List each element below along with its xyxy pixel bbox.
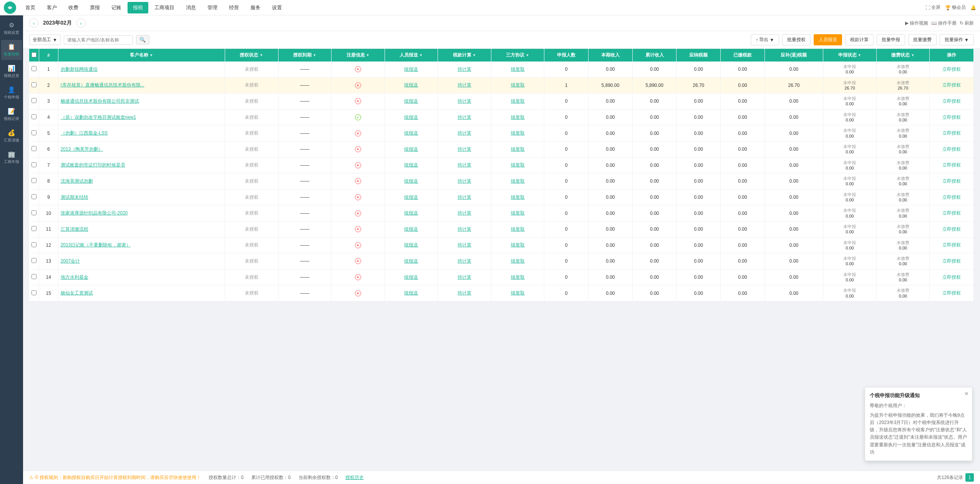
action-auth-link[interactable]: 立即授权: [942, 130, 961, 136]
person-report-link[interactable]: 续报送: [404, 115, 418, 120]
operation-video-link[interactable]: ▶ 操作视频: [905, 20, 928, 27]
fullscreen-btn[interactable]: ⛶ 全屏: [925, 4, 940, 11]
nav-settings[interactable]: 设置: [267, 2, 287, 13]
employee-filter[interactable]: 全部员工 ▼: [29, 35, 61, 45]
nav-bookkeeping[interactable]: 记账: [106, 2, 127, 13]
person-report-link[interactable]: 续报送: [404, 258, 418, 264]
tax-calc-link[interactable]: 待计算: [458, 67, 471, 72]
operation-manual-link[interactable]: 📖 操作手册: [931, 20, 957, 27]
triparty-link[interactable]: 续签取: [511, 195, 525, 200]
sidebar-item-tax-overview[interactable]: 📊 报税总览: [1, 62, 22, 81]
tax-calc-link[interactable]: 待计算: [458, 274, 471, 280]
batch-report-btn[interactable]: 批量申报: [877, 34, 905, 45]
action-auth-link[interactable]: 立即授权: [942, 178, 961, 184]
th-auth-expire[interactable]: 授权到期: [278, 49, 332, 62]
action-auth-link[interactable]: 立即授权: [942, 274, 961, 280]
triparty-link[interactable]: 续签取: [511, 162, 525, 168]
triparty-link[interactable]: 续签取: [511, 258, 525, 264]
person-report-link[interactable]: 续报送: [404, 226, 418, 232]
tax-calc-link[interactable]: 待计算: [458, 115, 471, 120]
row-checkbox[interactable]: [32, 274, 36, 279]
nav-business[interactable]: 工商项目: [149, 2, 180, 13]
th-auth-status[interactable]: 授权状态: [225, 49, 278, 62]
triparty-link[interactable]: 续签取: [511, 178, 525, 184]
triparty-link[interactable]: 续签取: [511, 146, 525, 152]
row-checkbox[interactable]: [32, 146, 36, 151]
nav-customer[interactable]: 客户: [41, 2, 62, 13]
customer-name-link[interactable]: 畅捷通信息技术股份有限公司民非测试: [61, 98, 139, 104]
tax-calc-link[interactable]: 待计算: [458, 98, 471, 104]
row-checkbox[interactable]: [32, 162, 36, 167]
search-input[interactable]: [64, 35, 133, 45]
triparty-link[interactable]: 续签取: [511, 274, 525, 280]
customer-name-link[interactable]: 沈海英测试勿删: [61, 178, 93, 184]
customer-name-link[interactable]: 2007会计: [61, 258, 80, 264]
row-checkbox[interactable]: [32, 226, 36, 231]
person-report-link[interactable]: 续报送: [404, 242, 418, 248]
th-fee-status[interactable]: 缴费状态: [876, 49, 930, 62]
tax-calc-link[interactable]: 待计算: [458, 162, 471, 168]
next-month-btn[interactable]: ›: [76, 18, 86, 28]
customer-name-link[interactable]: 张家港厚源针织品有限公司-2020: [61, 210, 128, 216]
prev-month-btn[interactable]: ‹: [29, 18, 38, 28]
th-tax-calc[interactable]: 税款计算: [438, 49, 491, 62]
row-checkbox[interactable]: [32, 178, 36, 183]
sidebar-item-annual-report[interactable]: 🏢 工商年报: [1, 148, 22, 168]
nav-operations[interactable]: 经营: [224, 2, 244, 13]
person-report-link[interactable]: 续报送: [404, 195, 418, 200]
row-checkbox[interactable]: [32, 82, 36, 87]
action-auth-link[interactable]: 立即授权: [942, 242, 961, 248]
action-auth-link[interactable]: 立即授权: [942, 115, 961, 120]
th-reg-info[interactable]: 注册信息: [332, 49, 385, 62]
tax-calc-link[interactable]: 待计算: [458, 210, 471, 216]
batch-auth-btn[interactable]: 批量授权: [782, 34, 811, 45]
th-name[interactable]: 客户名称: [58, 49, 225, 62]
person-report-link[interactable]: 续报送: [404, 290, 418, 296]
customer-name-link[interactable]: 汇算清缴流程: [61, 226, 88, 232]
action-auth-link[interactable]: 立即授权: [942, 210, 961, 216]
select-all-checkbox[interactable]: [32, 52, 36, 57]
action-auth-link[interactable]: 立即授权: [942, 226, 961, 232]
tax-calc-link[interactable]: 待计算: [458, 242, 471, 248]
action-auth-link[interactable]: 立即授权: [942, 290, 961, 296]
nav-management[interactable]: 管理: [202, 2, 223, 13]
popup-close-btn[interactable]: ✕: [964, 391, 969, 397]
person-report-link[interactable]: 续报送: [404, 274, 418, 280]
triparty-link[interactable]: 续签取: [511, 290, 525, 296]
triparty-link[interactable]: 续签取: [511, 67, 525, 72]
customer-name-link[interactable]: （勿删）江西股金-LSS: [61, 130, 108, 136]
customer-name-link[interactable]: 杨仙女工资测试: [61, 290, 93, 296]
customer-name-link[interactable]: 勿删新锐网络通信: [61, 67, 98, 72]
row-checkbox[interactable]: [32, 194, 36, 199]
row-checkbox[interactable]: [32, 66, 36, 71]
row-checkbox[interactable]: [32, 290, 36, 295]
person-report-link[interactable]: 续报送: [404, 146, 418, 152]
person-report-btn[interactable]: 人员报送: [814, 34, 842, 45]
notification-btn[interactable]: 🔔: [970, 5, 976, 10]
auth-history-link[interactable]: 授权历史: [345, 474, 364, 481]
member-btn[interactable]: 🏆 畅会员: [945, 4, 966, 11]
nav-home[interactable]: 首页: [20, 2, 41, 13]
tax-calc-btn[interactable]: 税款计算: [845, 34, 874, 45]
tax-calc-link[interactable]: 待计算: [458, 130, 471, 136]
customer-name-link[interactable]: （原）误删勿改字格芬测试账套new1: [61, 115, 136, 120]
nav-messages[interactable]: 消息: [181, 2, 201, 13]
action-auth-link[interactable]: 立即授权: [942, 98, 961, 104]
row-checkbox[interactable]: [32, 210, 36, 215]
customer-name-link[interactable]: 2013日记账（不要删除哈，谢谢）: [61, 242, 131, 248]
person-report-link[interactable]: 续报送: [404, 98, 418, 104]
row-checkbox[interactable]: [32, 242, 36, 247]
sidebar-item-annual-clearance[interactable]: 💰 汇算清缴: [1, 126, 22, 146]
triparty-link[interactable]: 续签取: [511, 115, 525, 120]
action-auth-link[interactable]: 立即授权: [942, 82, 961, 88]
th-triparty[interactable]: 三方协议: [491, 49, 544, 62]
tax-calc-link[interactable]: 待计算: [458, 82, 471, 88]
person-report-link[interactable]: 续报送: [404, 67, 418, 72]
action-auth-link[interactable]: 立即授权: [942, 146, 961, 152]
row-checkbox[interactable]: [32, 130, 36, 135]
triparty-link[interactable]: 续签取: [511, 130, 525, 136]
row-checkbox[interactable]: [32, 98, 36, 103]
tax-calc-link[interactable]: 待计算: [458, 290, 471, 296]
action-auth-link[interactable]: 立即授权: [942, 195, 961, 200]
customer-name-link[interactable]: (库存核算）直播畅通信息技术股份有限...: [61, 82, 144, 88]
